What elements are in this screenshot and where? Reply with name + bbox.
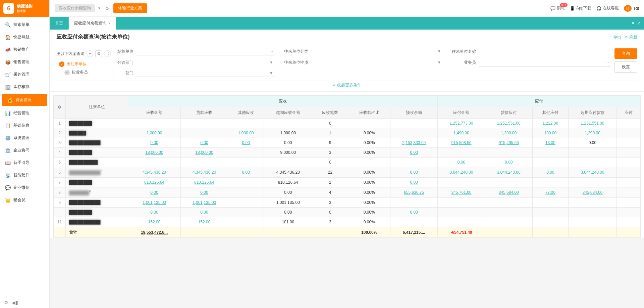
- tab-home[interactable]: 首页: [50, 17, 69, 30]
- tab-close-icon[interactable]: ×: [108, 21, 110, 25]
- row-loan-recv[interactable]: 0.00: [180, 208, 228, 217]
- sidebar-item-member[interactable]: 👑 畅会员: [0, 194, 49, 206]
- window-close-icon[interactable]: ✕: [631, 21, 635, 26]
- sidebar-item-search[interactable]: 🔍 搜索菜单: [0, 18, 49, 31]
- row-other-recv[interactable]: 1,000.00: [228, 128, 264, 138]
- row-prepay-bal[interactable]: 0.00: [390, 167, 438, 178]
- row-other-recv[interactable]: 0.00: [228, 167, 264, 178]
- row-loan-pay[interactable]: 3,044,240.00: [485, 167, 532, 178]
- sidebar-item-sales[interactable]: 📦 销售管理: [0, 56, 49, 68]
- row-recv-amt[interactable]: 152.00: [128, 217, 181, 227]
- row-prepay-bal[interactable]: 655,636.75: [390, 187, 438, 198]
- row-recv-amt[interactable]: 0.00: [128, 187, 181, 198]
- row-overdue-pay[interactable]: 3,044,240.00: [568, 167, 616, 178]
- sidebar-item-quick-nav[interactable]: 🏠 快捷导航: [0, 31, 49, 43]
- row-pay-amt[interactable]: 0.00: [438, 158, 485, 167]
- plan-item-salesperson[interactable]: ○ 按业务员: [56, 68, 113, 77]
- plan-item-partner[interactable]: ✓ 按往来单位: [56, 60, 113, 68]
- row-loan-pay[interactable]: 1,251,551.00: [485, 119, 532, 128]
- row-overdue-pay[interactable]: 1,390.00: [568, 128, 616, 138]
- row-other-pay[interactable]: 100.00: [532, 128, 568, 138]
- settlement-ellipsis-icon[interactable]: ···: [269, 49, 273, 54]
- plan-settings-icon[interactable]: ⚙: [95, 50, 102, 57]
- sidebar-item-marketing[interactable]: 📣 营销推广: [0, 43, 49, 56]
- row-overdue-pay[interactable]: 345,684.00: [568, 187, 616, 198]
- table-settings-icon[interactable]: ⚙: [58, 105, 61, 109]
- sidebar-item-wechat[interactable]: 💬 企业微信: [0, 181, 49, 194]
- row-overdue-pay[interactable]: 1,251,551.00: [568, 119, 616, 128]
- row-recv-amt[interactable]: 0.00: [128, 138, 181, 148]
- settlement-input[interactable]: ···: [136, 48, 275, 55]
- row-pay-amt[interactable]: 3,044,240.00: [438, 167, 485, 178]
- salesperson-ellipsis-icon[interactable]: ···: [605, 60, 609, 65]
- row-loan-pay[interactable]: 915,495.56: [485, 138, 532, 148]
- sidebar-item-system[interactable]: ⚙️ 系统管理: [0, 132, 49, 144]
- row-loan-recv[interactable]: 810,126.64: [180, 178, 228, 187]
- sidebar-item-purchase[interactable]: 🛒 采购管理: [0, 68, 49, 81]
- window-expand-icon[interactable]: ⤢: [637, 21, 641, 26]
- row-loan-recv[interactable]: 1,001,135.00: [180, 198, 228, 208]
- sidebar-item-base[interactable]: 📋 基础信息: [0, 119, 49, 132]
- refresh-button[interactable]: ↺ 刷新: [625, 34, 637, 40]
- customer-category-select[interactable]: ▼: [311, 48, 443, 55]
- topbar-gear-icon[interactable]: ⚙: [104, 4, 111, 12]
- department-select[interactable]: ▼: [136, 70, 275, 77]
- row-prepay-bal[interactable]: 2,153,333.00: [390, 138, 438, 148]
- th-settings[interactable]: ⚙: [54, 96, 66, 119]
- tab-query[interactable]: 应收应付余额查询 ×: [69, 17, 116, 30]
- sidebar-item-guide[interactable]: 📖 新手引导: [0, 157, 49, 169]
- row-other-pay[interactable]: 1,222.00: [532, 119, 568, 128]
- sidebar-item-operations[interactable]: 📊 经营管理: [0, 107, 49, 119]
- row-recv-amt[interactable]: 0.00: [128, 208, 181, 217]
- row-other-pay[interactable]: 13.00: [532, 138, 568, 148]
- row-pay-amt[interactable]: 1,490.00: [438, 128, 485, 138]
- customer-name-input[interactable]: [479, 48, 610, 55]
- export-button[interactable]: ↑ 导出: [610, 34, 621, 40]
- row-recv-amt[interactable]: 810,126.64: [128, 178, 181, 187]
- row-other-recv: [228, 208, 264, 217]
- row-pay-amt[interactable]: 345,761.00: [438, 187, 485, 198]
- sidebar-item-inventory[interactable]: 🏢 库存核算: [0, 81, 49, 93]
- add-plan-button[interactable]: +: [87, 50, 93, 57]
- query-button[interactable]: 查询: [614, 48, 637, 59]
- settings-footer-icon[interactable]: ⚙: [4, 300, 8, 305]
- row-recv-amt[interactable]: 18,000.00: [128, 148, 181, 158]
- row-loan-recv[interactable]: 0.00: [180, 138, 228, 148]
- row-prepay-bal[interactable]: 0.00: [390, 148, 438, 158]
- collapse-button[interactable]: ∧ 收起更多条件: [332, 83, 361, 87]
- row-prepay-bal[interactable]: 0.00: [390, 208, 438, 217]
- row-loan-recv[interactable]: 18,000.00: [180, 148, 228, 158]
- set-button[interactable]: 设置: [614, 61, 637, 73]
- message-wrap[interactable]: 💬 消息 99+: [550, 5, 565, 11]
- row-loan-pay[interactable]: 0.00: [485, 158, 532, 167]
- customer-type-select[interactable]: ▼: [311, 59, 443, 66]
- plan-collapse-icon[interactable]: 《: [104, 50, 111, 57]
- sidebar-item-fund[interactable]: 💰 资金管理: [2, 94, 47, 106]
- row-recv-amt[interactable]: 1,001,135.00: [128, 198, 181, 208]
- row-other-recv[interactable]: 0.00: [228, 138, 264, 148]
- footer-recv-total[interactable]: 19,553,472,6...: [128, 227, 181, 238]
- row-pay-amt[interactable]: 915,508.56: [438, 138, 485, 148]
- user-display[interactable]: R Rit: [624, 6, 639, 11]
- row-prepay-bal[interactable]: 0.00: [390, 178, 438, 187]
- breadcrumb-chevron-down-icon[interactable]: ▼: [98, 6, 101, 10]
- app-download-wrap[interactable]: 📱 App下载: [570, 5, 591, 11]
- row-recv-amt[interactable]: 4,345,436.20: [128, 167, 181, 178]
- collapse-footer-icon[interactable]: ◀▮: [12, 300, 18, 305]
- sidebar-item-enterprise[interactable]: 🏛️ 企业协同: [0, 144, 49, 157]
- row-loan-recv[interactable]: 152.00: [180, 217, 228, 227]
- branch-dept-select[interactable]: ▼: [136, 59, 275, 66]
- row-recv-amt[interactable]: 1,000.00: [128, 128, 181, 138]
- row-loan-pay[interactable]: 345,684.00: [485, 187, 532, 198]
- sidebar-label-enterprise: 企业协同: [13, 147, 30, 153]
- row-loan-pay[interactable]: 1,390.00: [485, 128, 532, 138]
- sidebar-item-hardware[interactable]: 📡 智能硬件: [0, 169, 49, 181]
- salesperson-input[interactable]: ···: [479, 59, 610, 67]
- row-loan-recv[interactable]: 0.00: [180, 187, 228, 198]
- solution-button[interactable]: 体验行业方案: [113, 3, 147, 13]
- row-pay-amt[interactable]: 1,252,773.00: [438, 119, 485, 128]
- support-wrap[interactable]: 🎧 在线客服: [596, 5, 619, 11]
- row-other-pay[interactable]: 0.00: [532, 167, 568, 178]
- row-loan-recv[interactable]: 4,345,436.20: [180, 167, 228, 178]
- row-other-pay[interactable]: 77.00: [532, 187, 568, 198]
